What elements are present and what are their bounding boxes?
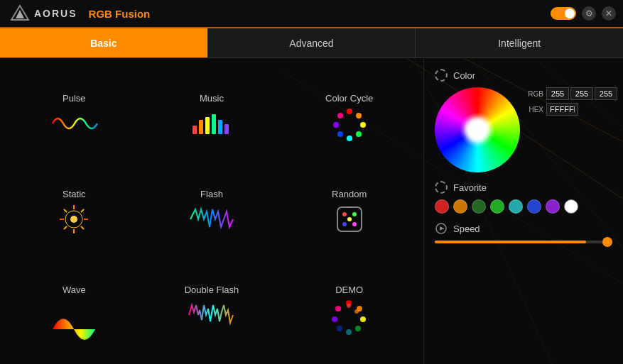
svg-point-19	[337, 131, 343, 137]
svg-point-36	[342, 222, 347, 226]
svg-point-33	[342, 212, 347, 216]
svg-line-27	[64, 209, 67, 212]
mode-static[interactable]: Static	[7, 165, 141, 257]
speed-slider-track[interactable]	[435, 241, 612, 243]
static-icon	[53, 205, 95, 233]
svg-rect-11	[212, 114, 216, 134]
color-header: Color	[435, 69, 612, 82]
svg-point-40	[360, 316, 366, 322]
tabs-bar: Basic Advanced Intelligent	[0, 28, 623, 58]
pulse-icon	[53, 109, 95, 138]
color-label: Color	[453, 70, 475, 81]
mode-music[interactable]: Music	[145, 69, 279, 161]
svg-point-47	[354, 309, 359, 314]
logo-aorus: AORUS	[9, 4, 77, 23]
color-section: Color RGB	[435, 69, 612, 172]
tab-intelligent[interactable]: Intelligent	[416, 28, 623, 57]
right-panel: Color RGB	[424, 58, 623, 364]
brand-text: AORUS	[34, 8, 77, 19]
mode-pulse[interactable]: Pulse	[7, 69, 141, 161]
favorite-color-green[interactable]	[490, 199, 504, 214]
svg-point-35	[347, 217, 352, 221]
hex-label: HEX	[526, 106, 543, 114]
svg-point-34	[352, 212, 357, 216]
favorite-color-purple[interactable]	[546, 199, 560, 214]
speed-header: Speed	[435, 222, 612, 235]
favorite-section: Favorite	[435, 181, 612, 214]
app-title: RGB Fusion	[89, 8, 151, 20]
speed-label: Speed	[453, 224, 480, 234]
svg-point-17	[356, 131, 362, 137]
svg-point-14	[347, 109, 352, 114]
favorite-color-white[interactable]	[564, 199, 578, 214]
tab-basic[interactable]: Basic	[0, 28, 208, 57]
rgb-label: RGB	[526, 90, 543, 98]
svg-line-29	[81, 209, 84, 212]
color-area: RGB HEX	[435, 87, 612, 172]
speed-icon	[435, 222, 448, 235]
favorite-color-darkgreen[interactable]	[472, 199, 486, 214]
rgb-input-row: RGB	[526, 87, 617, 100]
svg-line-28	[81, 226, 84, 229]
color-wheel-container[interactable]	[435, 87, 520, 172]
svg-rect-13	[224, 124, 229, 134]
mode-color-cycle[interactable]: Color Cycle	[282, 69, 416, 161]
speed-slider-fill	[435, 241, 586, 243]
hex-input-row: HEX	[526, 103, 617, 116]
svg-rect-8	[193, 126, 197, 134]
close-button[interactable]: ✕	[602, 6, 616, 21]
favorite-color-orange[interactable]	[453, 199, 467, 214]
svg-point-15	[356, 113, 362, 118]
svg-point-20	[333, 122, 339, 128]
svg-point-16	[360, 122, 366, 128]
settings-button[interactable]: ⚙	[582, 6, 596, 21]
double-flash-icon	[190, 301, 233, 329]
color-wheel[interactable]	[435, 87, 520, 172]
mode-double-flash[interactable]: Double Flash	[145, 261, 279, 353]
svg-point-42	[346, 329, 352, 335]
svg-point-18	[347, 136, 352, 141]
main-content: Pulse Music	[0, 58, 623, 364]
random-icon	[328, 205, 371, 233]
svg-point-45	[335, 306, 341, 311]
color-section-icon	[435, 69, 448, 82]
rgb-values	[546, 87, 617, 100]
rgb-b-input[interactable]	[595, 87, 617, 100]
svg-point-43	[337, 326, 342, 331]
favorite-color-red[interactable]	[435, 199, 449, 214]
titlebar: AORUS RGB Fusion ⚙ ✕	[0, 0, 623, 28]
modes-panel: Pulse Music	[0, 58, 424, 364]
color-cycle-icon	[328, 109, 371, 138]
svg-line-30	[64, 226, 67, 229]
svg-rect-9	[199, 120, 203, 134]
hex-input[interactable]	[546, 103, 578, 116]
favorite-color-blue[interactable]	[527, 199, 541, 214]
favorite-colors-row	[435, 199, 612, 214]
svg-point-46	[347, 304, 351, 308]
favorite-header: Favorite	[435, 181, 612, 194]
rgb-r-input[interactable]	[546, 87, 569, 100]
favorite-label: Favorite	[453, 182, 487, 193]
power-toggle[interactable]	[551, 7, 576, 20]
mode-demo[interactable]: DEMO	[282, 261, 416, 353]
mode-random[interactable]: Random	[282, 165, 416, 257]
speed-section: Speed	[435, 222, 612, 243]
demo-icon	[328, 301, 371, 329]
svg-point-41	[355, 326, 361, 331]
svg-rect-10	[205, 117, 210, 134]
speed-slider-thumb[interactable]	[602, 237, 612, 247]
logo-area: AORUS RGB Fusion	[9, 4, 150, 23]
svg-point-37	[352, 222, 357, 226]
mode-flash[interactable]: Flash	[145, 165, 279, 257]
rgb-g-input[interactable]	[570, 87, 593, 100]
svg-point-31	[70, 216, 77, 223]
svg-point-21	[337, 113, 343, 118]
svg-rect-12	[218, 120, 222, 134]
titlebar-controls: ⚙ ✕	[551, 6, 616, 21]
tab-advanced[interactable]: Advanced	[208, 28, 416, 57]
favorite-color-teal[interactable]	[509, 199, 523, 214]
color-inputs: RGB HEX	[526, 87, 617, 116]
music-icon	[190, 109, 233, 138]
mode-wave[interactable]: Wave	[7, 261, 141, 353]
favorite-section-icon	[435, 181, 448, 194]
